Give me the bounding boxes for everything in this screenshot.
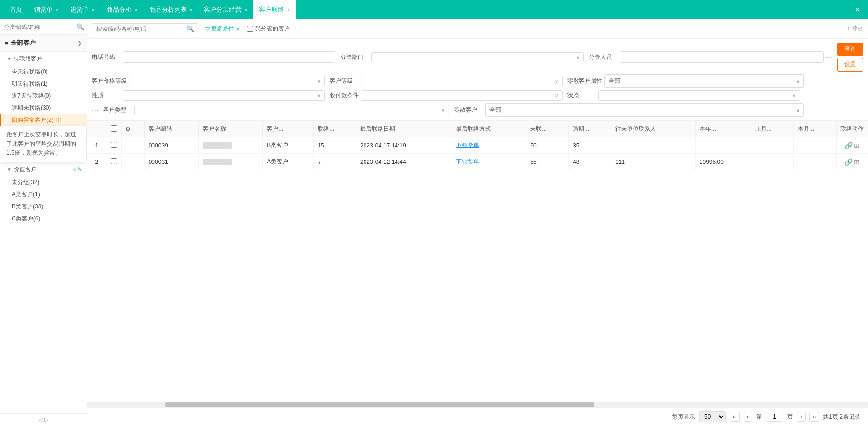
row-settings <box>121 154 144 170</box>
arrow-icon: ▼ <box>7 56 12 61</box>
row-this-month <box>794 154 837 170</box>
grid-icon[interactable]: ⊞ <box>854 158 860 166</box>
search-icon: 🔍 <box>186 25 194 32</box>
nav-item-home[interactable]: 首页 <box>4 0 28 19</box>
filter-manager-input[interactable] <box>620 51 824 63</box>
filter-customer-grade-label: 客户等级 <box>330 77 359 85</box>
row-unit-contact <box>611 137 695 154</box>
row-check[interactable] <box>107 137 121 154</box>
link-icon[interactable]: 🔗 <box>844 142 853 149</box>
more-dots-icon[interactable]: ··· <box>92 106 98 115</box>
filter-retail-customer-label: 零散客户 <box>454 106 483 114</box>
filter-actions: 查询 设置 <box>837 43 863 72</box>
nav-item-customer-tier[interactable]: 客户分层经营 × <box>198 0 253 19</box>
select-all-checkbox[interactable] <box>111 125 117 132</box>
sidebar-tree: ▼ 待联络客户 今天待联络(0) 明天待联络(1) 近7天待联络(0) 逾期未联… <box>0 52 87 413</box>
sidebar-item-unclassified[interactable]: 未分组(32) <box>0 176 87 189</box>
nav-item-customer-contact[interactable]: 客户联络 × <box>253 0 296 19</box>
first-page-button[interactable]: « <box>730 412 740 422</box>
more-options-icon[interactable]: ··· <box>826 53 832 61</box>
row-name <box>198 154 263 170</box>
value-customers-group-header[interactable]: ▼ 价值客户 ○ ✎ <box>0 162 87 176</box>
sidebar-item-overdue[interactable]: 逾期未联络(30) <box>0 102 87 114</box>
row-checkbox[interactable] <box>111 158 117 164</box>
sidebar-item-class-a[interactable]: A类客户(1) <box>0 189 87 201</box>
page-number-input[interactable] <box>766 412 783 422</box>
filter-dept-select[interactable]: ∨ <box>371 52 584 62</box>
export-button[interactable]: ↑ 导出 <box>847 25 863 33</box>
sidebar-item-today[interactable]: 今天待联络(0) <box>0 66 87 78</box>
nav-item-sales[interactable]: 销货单 × <box>28 0 64 19</box>
filter-price-grade-label: 客户价格等级 <box>92 77 127 85</box>
col-settings[interactable]: ⚙ <box>121 121 144 137</box>
filter-manager: 分管人员 ··· <box>589 51 832 63</box>
filter-phone-label: 电话号码 <box>92 53 121 61</box>
chevron-down-icon: ∨ <box>792 93 796 98</box>
settings-icon[interactable]: ⚙ <box>125 126 131 132</box>
settings-button[interactable]: 设置 <box>837 58 863 72</box>
per-page-select[interactable]: 50 100 200 <box>699 411 726 422</box>
last-page-button[interactable]: » <box>809 412 820 422</box>
close-icon[interactable]: × <box>244 7 247 13</box>
top-navigation: 首页 销货单 × 进货单 × 商品分析 × 商品分析列表 × 客户分层经营 × … <box>0 0 868 19</box>
row-checkbox[interactable] <box>111 142 117 148</box>
window-close-button[interactable]: × <box>851 5 864 15</box>
query-button[interactable]: 查询 <box>837 43 863 56</box>
all-customers-header[interactable]: ≡ 全部客户 ❯ <box>0 35 87 52</box>
prev-page-button[interactable]: ‹ <box>744 412 752 422</box>
close-icon[interactable]: × <box>92 7 95 13</box>
filter-payment-select[interactable]: ∨ <box>361 90 563 101</box>
chevron-down-icon: ∨ <box>317 93 320 98</box>
row-last-contact-date: 2023-04-12 14:44: <box>356 154 452 170</box>
toolbar: 🔍 ▽ 更多条件 ∧ 我分管的客户 ↑ 导出 <box>87 19 868 39</box>
filter-customer-type: 客户类型 ∨ <box>103 105 449 115</box>
col-unreached: 未联... <box>526 121 569 137</box>
horizontal-scrollbar[interactable] <box>87 402 868 407</box>
next-page-button[interactable]: › <box>797 412 806 422</box>
my-customer-check[interactable] <box>247 26 253 32</box>
sidebar-item-tomorrow[interactable]: 明天待联络(1) <box>0 78 87 90</box>
sidebar-item-class-c[interactable]: C类客户(6) <box>0 213 87 225</box>
row-overdue: 48 <box>569 154 611 170</box>
col-check <box>107 121 121 137</box>
grid-icon[interactable]: ⊞ <box>854 142 860 149</box>
sidebar-item-7days[interactable]: 近7天待联络(0) <box>0 90 87 102</box>
row-check[interactable] <box>107 154 121 170</box>
row-unit-contact: 111 <box>611 154 695 170</box>
filter-nature-select[interactable]: ∨ <box>123 90 325 101</box>
nav-item-product-analysis-list[interactable]: 商品分析列表 × <box>143 0 198 19</box>
close-icon[interactable]: × <box>135 7 137 13</box>
edit-icon[interactable]: ○ ✎ <box>73 166 82 173</box>
link-icon[interactable]: 🔗 <box>844 158 853 166</box>
sidebar-item-class-b[interactable]: B类客户(33) <box>0 201 87 213</box>
pending-contact-group-header[interactable]: ▼ 待联络客户 <box>0 52 87 66</box>
filter-customer-grade: 客户等级 ∨ <box>330 76 563 86</box>
scrollbar-thumb[interactable] <box>165 402 594 407</box>
nav-item-purchase[interactable]: 进货单 × <box>64 0 101 19</box>
data-table-area: ⚙ 客户编码 客户名称 客户... 联络... 最后联络日期 最后联络方式 未联… <box>87 121 868 402</box>
sidebar-toggle-icon[interactable]: ◁ ▷ <box>39 417 48 423</box>
filter-status-select[interactable]: ∨ <box>598 90 800 101</box>
filter-customer-grade-select[interactable]: ∨ <box>361 76 563 86</box>
chevron-down-icon: ∨ <box>442 107 445 113</box>
filter-phone: 电话号码 <box>92 51 335 63</box>
filter-nature-label: 性质 <box>92 91 121 100</box>
filter-phone-input[interactable] <box>123 51 335 63</box>
search-icon: 🔍 <box>76 23 84 30</box>
filter-row-4: ··· 客户类型 ∨ 零散客户 全部 ∨ <box>92 103 863 117</box>
sidebar-item-abnormal-repurchase[interactable]: 回购异常客户(2) ⓘ <box>0 114 87 126</box>
close-icon[interactable]: × <box>190 7 193 13</box>
filter-button[interactable]: ▽ 更多条件 ∧ <box>202 23 243 34</box>
row-unreached: 50 <box>526 137 569 154</box>
close-icon[interactable]: × <box>56 7 59 13</box>
close-icon[interactable]: × <box>287 7 290 13</box>
filter-customer-type-select[interactable]: ∨ <box>134 105 449 115</box>
my-customer-checkbox[interactable]: 我分管的客户 <box>247 25 290 33</box>
filter-price-grade-select[interactable]: ∨ <box>129 76 325 86</box>
nav-item-product-analysis[interactable]: 商品分析 × <box>101 0 143 19</box>
sidebar-search-input[interactable] <box>4 24 76 30</box>
search-input[interactable] <box>96 26 186 32</box>
collapse-icon[interactable]: ❯ <box>77 40 82 46</box>
filter-payment-terms-label: 收付款条件 <box>330 91 359 100</box>
row-last-month <box>751 154 794 170</box>
